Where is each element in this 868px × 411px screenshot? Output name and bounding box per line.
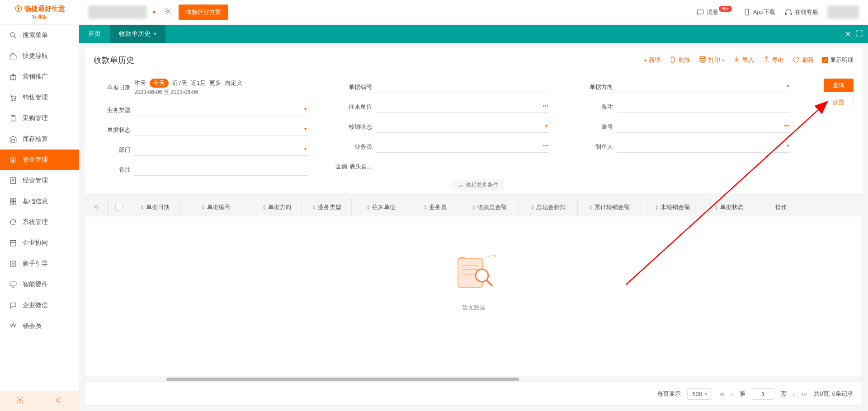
sidebar-item-9[interactable]: 系统管理 xyxy=(0,212,79,233)
biztype-input[interactable]: ▾ xyxy=(134,104,308,116)
column-header-1[interactable]: ▲▼单据编号 xyxy=(180,198,252,216)
per-page-select[interactable]: 500▾ xyxy=(687,388,712,400)
settings-icon[interactable] xyxy=(16,396,24,406)
close-all-icon[interactable]: ✕ xyxy=(845,30,851,38)
sidebar-item-7[interactable]: 经营管理 xyxy=(0,170,79,191)
sidebar-item-1[interactable]: 快捷导航 xyxy=(0,46,79,66)
sidebar-item-12[interactable]: 智能硬件 xyxy=(0,274,79,295)
column-label: 收款总金额 xyxy=(477,203,507,211)
sidebar-item-label: 经营管理 xyxy=(23,177,48,185)
salesman-input[interactable]: ••• xyxy=(376,141,549,153)
docno-input[interactable] xyxy=(376,81,549,93)
svg-point-1 xyxy=(167,10,169,13)
query-button[interactable]: 查询 xyxy=(824,79,854,92)
svg-rect-12 xyxy=(12,140,14,142)
account-input[interactable]: ••• xyxy=(617,121,790,133)
sidebar-item-8[interactable]: 基础信息 xyxy=(0,191,79,212)
verify-input[interactable]: ▾ xyxy=(376,121,549,133)
sort-icon: ▲▼ xyxy=(140,205,144,210)
table-settings-gear[interactable] xyxy=(85,198,108,216)
prev-page-icon[interactable]: ‹ xyxy=(731,390,733,397)
sidebar-item-label: 系统管理 xyxy=(23,218,48,226)
column-header-6[interactable]: ▲▼收款总金额 xyxy=(460,198,519,216)
date-last1m[interactable]: 近1月 xyxy=(191,79,206,87)
horizontal-scrollbar[interactable] xyxy=(85,376,862,383)
sidebar-item-6[interactable]: 资金管理 xyxy=(0,149,79,170)
vip-icon xyxy=(9,322,17,330)
svg-rect-18 xyxy=(14,202,16,204)
column-header-9[interactable]: ▲▼未核销金额 xyxy=(641,198,704,216)
remark2-input[interactable] xyxy=(134,164,308,176)
column-header-0[interactable]: ▲▼单据日期 xyxy=(130,198,180,216)
fullscreen-icon[interactable] xyxy=(855,29,863,39)
print-button[interactable]: 打印▾ xyxy=(698,56,724,65)
show-detail-toggle[interactable]: ✓显示明细 xyxy=(822,56,854,64)
delete-button[interactable]: 删除 xyxy=(669,56,690,65)
more-icon: ••• xyxy=(784,123,789,128)
sidebar-item-10[interactable]: 企业协同 xyxy=(0,233,79,253)
messages-link[interactable]: 消息 99+ xyxy=(696,8,734,16)
close-icon[interactable]: × xyxy=(153,31,156,37)
home-icon xyxy=(9,52,17,60)
tab-1[interactable]: 收款单历史× xyxy=(110,25,165,43)
filter-settings-button[interactable]: 设置 xyxy=(823,96,854,109)
sort-icon: ▲▼ xyxy=(655,205,659,210)
app-download-link[interactable]: App下载 xyxy=(743,8,775,16)
chevron-down-icon: ▾ xyxy=(545,123,548,129)
messages-badge: 99+ xyxy=(719,6,732,12)
sidebar-item-0[interactable]: 搜索菜单 xyxy=(0,25,79,46)
user-avatar[interactable] xyxy=(827,5,859,19)
column-header-8[interactable]: ▲▼累计核销金额 xyxy=(578,198,641,216)
date-last7[interactable]: 近7天 xyxy=(172,79,187,87)
remark-input[interactable] xyxy=(617,101,790,113)
monitor-icon xyxy=(9,280,17,289)
column-header-10[interactable]: ▲▼单据状态 xyxy=(704,198,754,216)
direction-input[interactable]: ▾ xyxy=(617,81,790,93)
company-selector[interactable]: ▼ xyxy=(88,5,157,19)
add-button[interactable]: +新增 xyxy=(643,56,660,64)
column-header-11: 操作 xyxy=(754,198,808,216)
column-header-7[interactable]: ▲▼总现金折扣 xyxy=(519,198,578,216)
next-page-icon[interactable]: › xyxy=(793,390,795,397)
date-yesterday[interactable]: 昨天 xyxy=(134,79,146,87)
page-prefix: 第 xyxy=(740,390,745,398)
collapse-filters-button[interactable]: ︽ 收起更多条件 xyxy=(452,179,505,191)
experience-button[interactable]: 体验行业方案 xyxy=(179,5,228,20)
date-custom[interactable]: 自定义 xyxy=(225,79,242,87)
dept-input[interactable]: ▾ xyxy=(134,144,308,156)
column-header-5[interactable]: ▲▼业务员 xyxy=(410,198,460,216)
date-today[interactable]: 今天 xyxy=(150,79,169,88)
sidebar-item-13[interactable]: 企业微信 xyxy=(0,295,79,316)
sidebar-item-3[interactable]: 销售管理 xyxy=(0,87,79,108)
svg-point-23 xyxy=(19,399,21,401)
import-button[interactable]: 导入 xyxy=(732,56,754,65)
select-all-checkbox[interactable] xyxy=(108,198,130,216)
sidebar-item-14[interactable]: 畅会员 xyxy=(0,316,79,336)
export-button[interactable]: 导出 xyxy=(762,56,784,65)
speaker-icon[interactable] xyxy=(55,396,63,406)
partner-input[interactable]: ••• xyxy=(376,101,549,113)
last-page-icon[interactable]: ⏭ xyxy=(801,390,807,397)
sidebar-item-4[interactable]: 采购管理 xyxy=(0,108,79,129)
sidebar-item-11[interactable]: 新新手引导 xyxy=(0,253,79,274)
svg-rect-17 xyxy=(10,202,13,204)
sidebar-item-5[interactable]: 库存核算 xyxy=(0,129,79,149)
column-header-3[interactable]: ▲▼业务类型 xyxy=(302,198,352,216)
refresh-icon xyxy=(9,218,17,226)
creator-input[interactable]: ▾ xyxy=(617,141,790,153)
online-service-link[interactable]: 在线客服 xyxy=(784,8,818,16)
first-page-icon[interactable]: ⏮ xyxy=(718,390,725,397)
docstatus-input[interactable]: ▾ xyxy=(134,124,308,136)
chevron-down-icon: ▾ xyxy=(304,126,307,132)
refresh-button[interactable]: 刷新 xyxy=(792,56,814,65)
column-header-2[interactable]: ▲▼单据方向 xyxy=(252,198,302,216)
sidebar-item-2[interactable]: 营销推广 xyxy=(0,66,79,87)
sidebar-item-label: 基础信息 xyxy=(23,197,48,206)
tab-0[interactable]: 首页 xyxy=(79,25,110,43)
gear-icon[interactable] xyxy=(164,7,172,17)
page-input[interactable] xyxy=(752,388,774,400)
column-header-4[interactable]: ▲▼往来单位 xyxy=(352,198,410,216)
brand-logo: 畅捷通好生意 标准版 xyxy=(0,5,79,20)
date-more[interactable]: 更多 xyxy=(209,79,221,87)
amount-header-input[interactable] xyxy=(376,161,549,173)
